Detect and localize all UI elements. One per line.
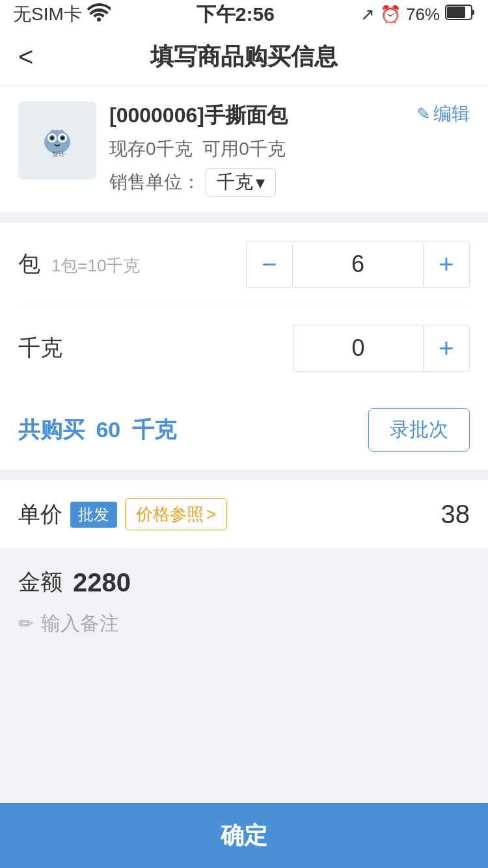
product-info: [0000006]手撕面包 ✎ 编辑 现存0千克 可用0千克 销售单位： 千克 … xyxy=(109,102,470,197)
edit-icon: ✎ xyxy=(416,104,431,124)
product-thumbnail: 智计 xyxy=(18,102,96,180)
svg-text:智计: 智计 xyxy=(52,150,65,157)
divider-2 xyxy=(0,475,488,480)
price-label: 单价 xyxy=(18,500,62,530)
confirm-button[interactable]: 确定 xyxy=(0,803,488,868)
location-icon: ↗ xyxy=(360,5,375,25)
product-unit: 销售单位： 千克 ▾ xyxy=(109,168,470,197)
price-row: 单价 批发 价格参照 > 38 xyxy=(18,498,470,530)
price-ref-button[interactable]: 价格参照 > xyxy=(125,498,227,530)
amount-value: 2280 xyxy=(73,568,131,597)
total-text: 共购买 60 千克 xyxy=(18,415,176,445)
bottom-spacer xyxy=(0,655,488,720)
quantity-kg-input[interactable] xyxy=(293,325,423,372)
chevron-right-icon: > xyxy=(206,504,216,524)
status-time: 下午2:56 xyxy=(197,1,275,28)
product-name: [0000006]手撕面包 xyxy=(109,102,288,130)
quantity-bao-row: 包 1包=10千克 − + xyxy=(18,223,470,306)
quantity-kg-label: 千克 xyxy=(18,333,62,363)
alarm-icon: ⏰ xyxy=(380,5,401,25)
price-label-group: 单价 批发 价格参照 > xyxy=(18,498,227,530)
note-row[interactable]: ✏ 输入备注 xyxy=(18,610,470,637)
note-label[interactable]: 输入备注 xyxy=(41,610,119,637)
unit-selector[interactable]: 千克 ▾ xyxy=(206,168,276,197)
amount-section: 金额 2280 ✏ 输入备注 xyxy=(0,549,488,655)
quantity-bao-label: 包 1包=10千克 xyxy=(18,249,140,279)
product-card: 智计 [0000006]手撕面包 ✎ 编辑 现存0千克 可用0千克 销售单位： … xyxy=(0,86,488,217)
amount-row: 金额 2280 xyxy=(18,567,470,597)
back-button[interactable]: < xyxy=(18,42,33,72)
status-right: ↗ ⏰ 76% xyxy=(360,5,475,25)
price-type-badge: 批发 xyxy=(70,502,117,528)
svg-rect-1 xyxy=(447,7,465,18)
quantity-kg-row: 千克 + xyxy=(18,306,470,390)
pencil-icon: ✏ xyxy=(18,613,33,634)
svg-point-9 xyxy=(61,137,64,139)
product-stock: 现存0千克 可用0千克 xyxy=(109,137,470,161)
status-left: 无SIM卡 xyxy=(13,2,111,27)
nav-bar: < 填写商品购买信息 xyxy=(0,29,488,86)
status-bar: 无SIM卡 下午2:56 ↗ ⏰ 76% xyxy=(0,0,488,29)
increment-bao-button[interactable]: + xyxy=(423,241,470,288)
confirm-label: 确定 xyxy=(221,820,267,852)
total-section: 共购买 60 千克 录批次 xyxy=(0,390,488,475)
edit-button[interactable]: ✎ 编辑 xyxy=(416,102,470,126)
svg-point-8 xyxy=(51,137,53,139)
price-value: 38 xyxy=(441,500,470,529)
wifi-icon xyxy=(87,3,111,26)
battery-icon xyxy=(445,5,475,25)
increment-kg-button[interactable]: + xyxy=(423,325,470,372)
carrier-text: 无SIM卡 xyxy=(13,2,82,27)
quantity-bao-controls: − + xyxy=(246,241,470,288)
decrement-bao-button[interactable]: − xyxy=(246,241,293,288)
batch-button[interactable]: 录批次 xyxy=(368,408,470,452)
svg-rect-2 xyxy=(472,10,474,15)
quantity-bao-input[interactable] xyxy=(293,241,423,288)
quantity-kg-controls: + xyxy=(293,325,470,372)
battery-text: 76% xyxy=(406,5,440,25)
quantity-section: 包 1包=10千克 − + 千克 + xyxy=(0,223,488,390)
amount-label: 金额 xyxy=(18,567,62,597)
price-section: 单价 批发 价格参照 > 38 xyxy=(0,480,488,549)
divider-1 xyxy=(0,217,488,223)
chevron-down-icon: ▾ xyxy=(256,172,265,193)
page-title: 填写商品购买信息 xyxy=(150,41,338,73)
